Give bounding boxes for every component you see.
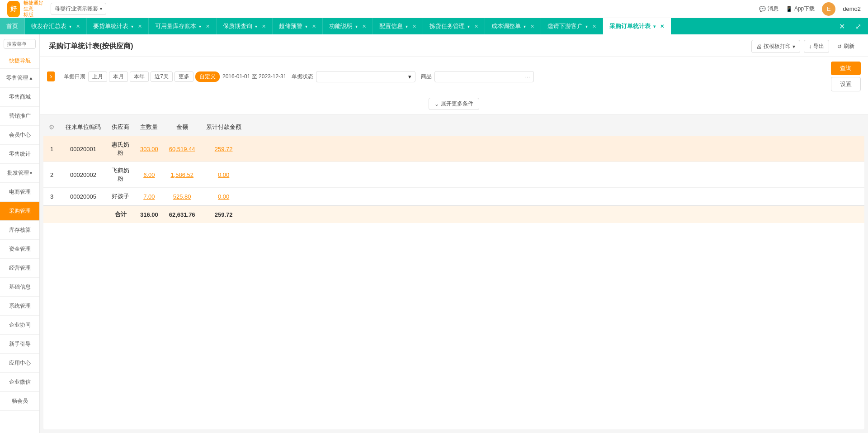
sidebar-item-零售管理[interactable]: 零售管理 ▲ [0, 69, 39, 88]
tab-拣货任务管理[interactable]: 拣货任务管理 ▾ ✕ [423, 18, 485, 34]
tab-收发存汇总表[interactable]: 收发存汇总表 ▾ ✕ [25, 18, 87, 34]
sidebar-item-基础信息[interactable]: 基础信息 [0, 278, 39, 297]
sidebar-item-采购管理[interactable]: 采购管理 [0, 202, 39, 221]
sidebar-item-快捷导航[interactable]: 快捷导航 [0, 53, 39, 69]
sidebar-item-资金管理[interactable]: 资金管理 [0, 240, 39, 259]
tab-保质期查询[interactable]: 保质期查询 ▾ ✕ [217, 18, 273, 34]
close-icon[interactable]: ✕ [412, 24, 416, 29]
date-chip-custom[interactable]: 自定义 [195, 71, 220, 82]
close-icon[interactable]: ✕ [76, 24, 80, 29]
date-chip-7days[interactable]: 近7天 [151, 71, 173, 82]
chevron-down-icon: ▾ [255, 24, 257, 29]
ellipsis-icon[interactable]: ··· [525, 73, 530, 80]
sidebar-item-系统管理[interactable]: 系统管理 [0, 297, 39, 316]
row-quantity[interactable]: 303.00 [135, 136, 164, 162]
chevron-down-icon: ▾ [524, 24, 526, 29]
sidebar-item-库存核算[interactable]: 库存核算 [0, 221, 39, 240]
goods-label: 商品 [421, 73, 432, 81]
sidebar-item-零售商城[interactable]: 零售商城 [0, 88, 39, 107]
collapse-icon[interactable]: › [47, 71, 55, 81]
chevron-down-icon: ▾ [406, 24, 408, 29]
sidebar-item-电商管理[interactable]: 电商管理 [0, 183, 39, 202]
avatar[interactable]: E [822, 2, 835, 16]
status-select[interactable]: ▾ [316, 71, 415, 82]
row-amount[interactable]: 60,519.44 [164, 136, 201, 162]
close-icon[interactable]: ✕ [660, 24, 664, 29]
chevron-down-icon: ▾ [653, 24, 656, 29]
tab-超储预警[interactable]: 超储预警 ▾ ✕ [273, 18, 323, 34]
tab-配置信息[interactable]: 配置信息 ▾ ✕ [373, 18, 423, 34]
tab-成本调整单[interactable]: 成本调整单 ▾ ✕ [485, 18, 541, 34]
sidebar-item-畅会员[interactable]: 畅会员 [0, 392, 39, 411]
gear-icon[interactable]: ⚙ [49, 124, 55, 131]
sidebar-item-批发管理[interactable]: 批发管理 ▾ [0, 164, 39, 183]
tab-可用量库存账本[interactable]: 可用量库存账本 ▾ ✕ [149, 18, 217, 34]
message-button[interactable]: 💬 消息 [759, 5, 778, 13]
row-quantity[interactable]: 6.00 [135, 162, 164, 188]
goods-input[interactable] [439, 73, 523, 80]
tab-home[interactable]: 首页 [0, 18, 25, 34]
workspace-selector[interactable]: 母婴行业演示账套 ▾ [51, 3, 106, 15]
col-金额: 金额 [164, 119, 201, 136]
tab-邀请下游客户[interactable]: 邀请下游客户 ▾ ✕ [541, 18, 603, 34]
table-row: 2 00020002 飞鹤奶粉 6.00 1,586.52 0.00 [43, 162, 864, 188]
date-range-display: 2016-01-01 至 2023-12-31 [222, 73, 286, 81]
main-layout: 快捷导航 零售管理 ▲ 零售商城 营销推广 会员中心 零售统计 批发管理 ▾ 电… [0, 34, 868, 433]
close-icon[interactable]: ✕ [262, 24, 266, 29]
sidebar-item-企业微信[interactable]: 企业微信 [0, 373, 39, 392]
top-bar: 好 畅捷通好生意 标版 母婴行业演示账套 ▾ 💬 消息 📱 App下载 E de… [0, 0, 868, 18]
row-index: 3 [43, 188, 60, 206]
date-chip-this-year[interactable]: 本年 [130, 71, 149, 82]
date-chip-this-month[interactable]: 本月 [109, 71, 128, 82]
tab-要货单统计表[interactable]: 要货单统计表 ▾ ✕ [87, 18, 149, 34]
table-area: ⚙ 往来单位编码 供应商 主数量 金额 累计付款金额 1 00020001 [43, 119, 864, 429]
tab-功能说明[interactable]: 功能说明 ▾ ✕ [323, 18, 373, 34]
query-button[interactable]: 查询 [831, 62, 861, 75]
close-icon[interactable]: ✕ [362, 24, 366, 29]
row-amount[interactable]: 1,586.52 [164, 162, 201, 188]
date-chip-more[interactable]: 更多 [175, 71, 193, 82]
date-filter-group: 单据日期 上月 本月 本年 近7天 更多 自定义 2016-01-01 至 20… [64, 71, 286, 82]
table-row: 1 00020001 惠氏奶粉 303.00 60,519.44 259.72 [43, 136, 864, 162]
tab-采购订单统计表[interactable]: 采购订单统计表 ▾ ✕ [603, 18, 671, 34]
filter-collapse-btn[interactable]: › [47, 71, 55, 81]
row-index: 1 [43, 136, 60, 162]
close-icon[interactable]: ✕ [530, 24, 534, 29]
row-quantity[interactable]: 7.00 [135, 188, 164, 206]
settings-button[interactable]: 设置 [831, 77, 861, 91]
home-tab-label: 首页 [6, 22, 18, 30]
maximize-button[interactable]: ⤢ [852, 20, 864, 33]
search-input[interactable] [4, 39, 36, 49]
refresh-button[interactable]: ↺ 刷新 [833, 40, 859, 52]
date-chip-last-month[interactable]: 上月 [88, 71, 107, 82]
export-button[interactable]: ↓ 导出 [804, 40, 829, 53]
close-icon[interactable]: ✕ [312, 24, 316, 29]
sidebar-item-营销推广[interactable]: 营销推广 [0, 107, 39, 126]
goods-filter-group: 商品 ··· [421, 71, 534, 82]
footer-paid: 259.72 [201, 205, 247, 223]
chevron-down-icon: ⌄ [434, 101, 439, 107]
app-download-button[interactable]: 📱 App下载 [786, 5, 815, 13]
sidebar-item-零售统计[interactable]: 零售统计 [0, 145, 39, 164]
row-paid[interactable]: 0.00 [201, 162, 247, 188]
footer-label: 合计 [106, 205, 135, 223]
sidebar-item-新手引导[interactable]: 新手引导 [0, 335, 39, 354]
close-icon[interactable]: ✕ [592, 24, 596, 29]
sidebar-item-经营管理[interactable]: 经营管理 [0, 259, 39, 278]
sidebar-item-会员中心[interactable]: 会员中心 [0, 126, 39, 145]
close-icon[interactable]: ✕ [206, 24, 210, 29]
close-icon[interactable]: ✕ [474, 24, 478, 29]
row-paid[interactable]: 259.72 [201, 136, 247, 162]
template-print-button[interactable]: 🖨 按模板打印 ▾ [751, 40, 800, 53]
username-label: demo2 [843, 5, 861, 12]
chevron-down-icon: ▾ [355, 24, 358, 29]
sidebar-item-企业协同[interactable]: 企业协同 [0, 316, 39, 335]
chevron-down-icon: ▾ [30, 171, 32, 176]
row-amount[interactable]: 525.80 [164, 188, 201, 206]
expand-more-button[interactable]: ⌄ 展开更多条件 [429, 98, 479, 110]
close-tab-button[interactable]: ✕ [835, 20, 848, 33]
sidebar-item-应用中心[interactable]: 应用中心 [0, 354, 39, 373]
row-paid[interactable]: 0.00 [201, 188, 247, 206]
close-icon[interactable]: ✕ [138, 24, 142, 29]
status-label: 单据状态 [292, 73, 313, 81]
